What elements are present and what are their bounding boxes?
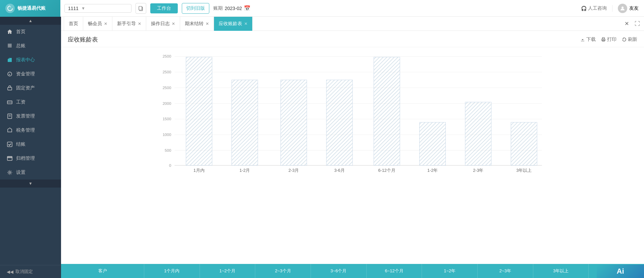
svg-rect-43 (374, 57, 400, 165)
settings-icon (7, 169, 13, 176)
ledger-icon (7, 43, 13, 49)
content-area: 首页 畅会员 ✕ 新手引导 ✕ 操作日志 ✕ 期末结转 ✕ 应收账龄表 ✕ (61, 17, 644, 278)
maximize-button[interactable]: ⛶ (633, 20, 641, 28)
sidebar-item-invoice[interactable]: 发票管理 (0, 109, 61, 123)
download-label: 下载 (586, 37, 596, 43)
page-content: 应收账龄表 下载 打印 刷新 (61, 31, 644, 278)
refresh-label: 刷新 (628, 37, 637, 43)
sidebar-item-ledger[interactable]: 总账 (0, 39, 61, 53)
th-36month: 3~6个月 (311, 264, 367, 278)
calendar-icon[interactable]: 📅 (244, 5, 251, 11)
tab-home[interactable]: 首页 (64, 17, 83, 31)
switch-old-button[interactable]: 切到旧版 (182, 3, 209, 14)
svg-text:¥: ¥ (8, 73, 10, 76)
svg-text:1月内: 1月内 (194, 168, 205, 173)
th-12month: 1~2个月 (200, 264, 256, 278)
svg-point-19 (9, 172, 11, 173)
tab-oplog-close[interactable]: ✕ (172, 21, 175, 26)
svg-text:1500: 1500 (163, 117, 171, 121)
sidebar-item-home[interactable]: 首页 (0, 25, 61, 39)
sidebar-label-reports: 报表中心 (16, 57, 35, 63)
tab-bar: 首页 畅会员 ✕ 新手引导 ✕ 操作日志 ✕ 期末结转 ✕ 应收账龄表 ✕ (61, 17, 644, 31)
company-name: 1111 (68, 6, 78, 11)
logo-area: 畅捷通易代账 (0, 0, 60, 17)
tab-oplog[interactable]: 操作日志 ✕ (146, 17, 180, 31)
svg-text:0: 0 (169, 163, 171, 167)
sidebar-item-settings[interactable]: 设置 (0, 165, 61, 180)
chevron-down-icon: ▼ (81, 6, 85, 11)
refresh-button[interactable]: 刷新 (622, 37, 637, 43)
th-23year: 2~3年 (478, 264, 533, 278)
svg-rect-4 (8, 45, 12, 46)
tab-guide-label: 新手引导 (117, 21, 136, 27)
company-selector[interactable]: 1111 ▼ (64, 4, 131, 13)
close-all-button[interactable]: ✕ (623, 20, 631, 28)
copy-button[interactable] (136, 3, 146, 14)
sidebar-scroll-up[interactable]: ▲ (0, 17, 61, 25)
print-button[interactable]: 打印 (601, 37, 616, 43)
funds-icon: ¥ (7, 71, 13, 77)
svg-rect-16 (7, 142, 12, 147)
bar-chart: 2500 2500 2500 2000 1500 1000 500 0 (68, 51, 637, 175)
sidebar-item-reports[interactable]: 报表中心 (0, 53, 61, 67)
tab-member-close[interactable]: ✕ (104, 21, 107, 26)
chart-area: 2500 2500 2500 2000 1500 1000 500 0 (61, 47, 644, 264)
th-23month: 2~3个月 (255, 264, 311, 278)
period-area: 账期 2023-02 📅 (213, 5, 251, 11)
tab-guide[interactable]: 新手引导 ✕ (112, 17, 146, 31)
sidebar-item-assets[interactable]: 固定资产 (0, 81, 61, 95)
user-area[interactable]: 友友 (618, 4, 639, 13)
print-label: 打印 (607, 37, 616, 43)
sidebar-item-checkout[interactable]: 结账 (0, 137, 61, 151)
tab-ar-aging-close[interactable]: ✕ (244, 21, 248, 26)
svg-rect-44 (420, 122, 446, 165)
svg-rect-40 (232, 80, 258, 165)
svg-text:500: 500 (165, 148, 171, 152)
svg-rect-39 (186, 57, 212, 165)
tab-period-end-close[interactable]: ✕ (206, 21, 209, 26)
refresh-icon (622, 37, 627, 42)
print-icon (601, 37, 606, 42)
th-1month: 1个月内 (144, 264, 200, 278)
svg-text:2500: 2500 (163, 85, 171, 90)
sidebar: ▲ 首页 总账 报表中心 ¥ 资金管理 (0, 17, 61, 278)
th-3plus: 3年以上 (533, 264, 589, 278)
cancel-fixed-button[interactable]: ◀◀ 取消固定 (0, 265, 61, 278)
sidebar-item-funds[interactable]: ¥ 资金管理 (0, 67, 61, 81)
tab-period-end[interactable]: 期末结转 ✕ (180, 17, 214, 31)
reports-icon (7, 57, 13, 63)
page-title: 应收账龄表 (68, 36, 98, 44)
ai-badge[interactable]: Ai (597, 265, 644, 278)
checkout-icon (7, 141, 13, 147)
sidebar-label-assets: 固定资产 (16, 85, 35, 91)
svg-rect-46 (511, 122, 537, 165)
sidebar-item-payroll[interactable]: 工资 (0, 95, 61, 109)
tab-member[interactable]: 畅会员 ✕ (83, 17, 112, 31)
sidebar-label-checkout: 结账 (16, 141, 25, 147)
chart-container: 2500 2500 2500 2000 1500 1000 500 0 (68, 51, 637, 175)
svg-text:6-12个月: 6-12个月 (378, 168, 395, 173)
consult-button[interactable]: 🎧 人工咨询 (581, 5, 607, 11)
svg-rect-6 (9, 60, 11, 60)
svg-text:2000: 2000 (163, 101, 171, 106)
download-button[interactable]: 下载 (580, 37, 596, 43)
logo-text: 畅捷通易代账 (17, 5, 46, 11)
archive-icon (7, 155, 13, 161)
home-icon (7, 29, 13, 35)
page-actions: 下载 打印 刷新 (580, 37, 637, 43)
svg-text:1-2月: 1-2月 (239, 168, 250, 173)
period-value: 2023-02 (225, 6, 242, 11)
tab-ar-aging[interactable]: 应收账龄表 ✕ (214, 17, 253, 31)
sidebar-item-archive[interactable]: 归档管理 (0, 151, 61, 165)
svg-text:2500: 2500 (163, 54, 171, 58)
tab-guide-close[interactable]: ✕ (138, 21, 141, 26)
page-header: 应收账龄表 下载 打印 刷新 (61, 31, 644, 47)
workbench-button[interactable]: 工作台 (150, 3, 178, 13)
svg-text:1000: 1000 (163, 132, 171, 137)
tab-ar-aging-label: 应收账龄表 (219, 21, 242, 27)
svg-rect-5 (8, 47, 12, 47)
sidebar-item-tax[interactable]: 税务管理 (0, 123, 61, 137)
sidebar-label-ledger: 总账 (16, 43, 25, 49)
sidebar-scroll-down[interactable]: ▼ (0, 180, 61, 188)
svg-point-2 (622, 6, 624, 8)
